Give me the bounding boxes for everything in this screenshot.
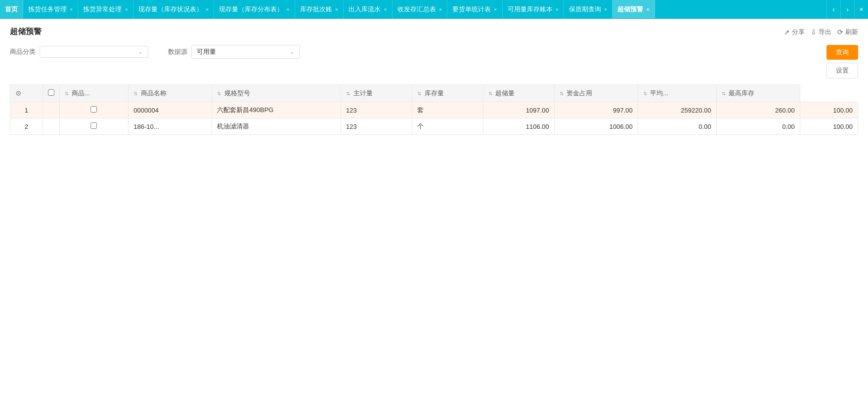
spec-header: 规格型号	[224, 89, 250, 97]
unit-sort-icon: ⇅	[346, 91, 350, 96]
th-overstock[interactable]: ⇅ 超储量	[483, 85, 554, 102]
nav-expiry[interactable]: 保质期查询 ×	[564, 0, 612, 18]
nav-overstock[interactable]: 超储预警 ×	[612, 0, 654, 18]
td-capital-1: 0.00	[638, 118, 716, 135]
refresh-action[interactable]: ⟳ 刷新	[837, 28, 858, 37]
unit-header: 主计量	[353, 89, 373, 97]
nav-order-stats-close[interactable]: ×	[494, 6, 497, 12]
th-select-all[interactable]	[43, 85, 59, 102]
td-product-code-0: 0000004	[129, 102, 212, 118]
datasource-value: 可用量	[197, 47, 216, 56]
nav-inout-flow-label: 出入库流水	[348, 5, 381, 14]
data-table: ⚙ ⇅ 商品... ⇅ 商品名称 ⇅ 规格型号 ⇅	[10, 84, 858, 135]
product-name-sort-icon: ⇅	[133, 91, 137, 96]
nav-stock-dist-close[interactable]: ×	[286, 6, 289, 12]
td-gear-0	[43, 102, 59, 118]
filter-datasource-group: 数据源 可用量 ⌄	[168, 45, 300, 59]
td-overstock-1: 1006.00	[554, 118, 638, 135]
td-unit-0: 套	[412, 102, 483, 118]
product-name-header: 商品名称	[141, 89, 167, 97]
nav-stock-status-close[interactable]: ×	[206, 6, 209, 12]
datasource-select[interactable]: 可用量 ⌄	[191, 45, 300, 59]
nav-pick-exception[interactable]: 拣货异常处理 ×	[78, 0, 133, 18]
th-spec[interactable]: ⇅ 规格型号	[212, 85, 341, 102]
th-stock[interactable]: ⇅ 库存量	[412, 85, 483, 102]
nav-arrow-left[interactable]: ‹	[826, 0, 840, 18]
th-product-code[interactable]: ⇅ 商品...	[59, 85, 129, 102]
category-label: 商品分类	[10, 47, 36, 56]
row-checkbox-0[interactable]	[90, 106, 97, 113]
table-header-row: ⚙ ⇅ 商品... ⇅ 商品名称 ⇅ 规格型号 ⇅	[10, 85, 858, 102]
refresh-label: 刷新	[845, 28, 858, 37]
nav-stock-batch[interactable]: 库存批次账 ×	[295, 0, 344, 18]
nav-pick-task-close[interactable]: ×	[70, 6, 73, 12]
nav-pick-task[interactable]: 拣货任务管理 ×	[23, 0, 78, 18]
share-action[interactable]: ➚ 分享	[784, 28, 805, 37]
page-content: 超储预警 ➚ 分享 ⇩ 导出 ⟳ 刷新 商品分类 ⌄	[0, 19, 868, 395]
nav-inout-flow[interactable]: 出入库流水 ×	[344, 0, 392, 18]
nav-pick-task-label: 拣货任务管理	[28, 5, 67, 14]
capital-sort-icon: ⇅	[560, 91, 564, 96]
product-code-sort-icon: ⇅	[65, 91, 69, 96]
filter-category-group: 商品分类 ⌄	[10, 46, 148, 58]
td-product-code-1: 186-10...	[129, 118, 212, 135]
td-max-stock-0: 100.00	[800, 102, 858, 118]
nav-stock-dist[interactable]: 现存量（库存分布表） ×	[214, 0, 295, 18]
gear-icon[interactable]: ⚙	[15, 89, 22, 97]
select-all-checkbox[interactable]	[48, 89, 54, 96]
td-stock-1: 1106.00	[483, 118, 554, 135]
nav-summary-close[interactable]: ×	[439, 6, 442, 12]
table-row: 2 186-10... 机油滤清器 123 个 1106.00 1006.00 …	[10, 118, 858, 135]
nav-arrow-right[interactable]: ›	[840, 0, 854, 18]
filter-row: 商品分类 ⌄ 数据源 可用量 ⌄	[10, 45, 826, 59]
export-label: 导出	[819, 28, 831, 37]
nav-arrow-group: ‹ › ×	[826, 0, 868, 18]
datasource-label: 数据源	[168, 47, 187, 56]
avg-sort-icon: ⇅	[643, 91, 647, 96]
th-unit[interactable]: ⇅ 主计量	[341, 85, 412, 102]
nav-summary[interactable]: 收发存汇总表 ×	[392, 0, 447, 18]
nav-overstock-close[interactable]: ×	[646, 6, 649, 12]
category-arrow-icon: ⌄	[138, 48, 143, 55]
settings-button[interactable]: 设置	[826, 63, 858, 79]
nav-stock-dist-label: 现存量（库存分布表）	[219, 5, 283, 14]
nav-stock-status[interactable]: 现存量（库存状况表） ×	[133, 0, 214, 18]
th-gear: ⚙	[10, 85, 43, 102]
th-capital[interactable]: ⇅ 资金占用	[554, 85, 638, 102]
export-action[interactable]: ⇩ 导出	[811, 28, 831, 37]
row-checkbox-1[interactable]	[90, 122, 97, 129]
nav-pick-exception-label: 拣货异常处理	[83, 5, 122, 14]
query-button[interactable]: 查询	[826, 45, 858, 60]
td-max-stock-1: 100.00	[800, 118, 858, 135]
nav-available-stock[interactable]: 可用量库存账本 ×	[503, 0, 564, 18]
nav-stock-batch-close[interactable]: ×	[335, 6, 338, 12]
nav-home[interactable]: 首页	[0, 0, 23, 18]
th-max-stock[interactable]: ⇅ 最高库存	[716, 85, 800, 102]
td-capital-0: 259220.00	[638, 102, 716, 118]
product-code-header: 商品...	[72, 89, 90, 97]
td-unit-1: 个	[412, 118, 483, 135]
nav-inout-flow-close[interactable]: ×	[384, 6, 387, 12]
th-avg[interactable]: ⇅ 平均...	[638, 85, 716, 102]
nav-stock-status-label: 现存量（库存状况表）	[138, 5, 203, 14]
stock-header: 库存量	[425, 89, 444, 97]
nav-pick-exception-close[interactable]: ×	[125, 6, 128, 12]
nav-order-stats-label: 要货单统计表	[452, 5, 491, 14]
nav-stock-batch-label: 库存批次账	[300, 5, 332, 14]
export-icon: ⇩	[811, 28, 817, 36]
max-stock-sort-icon: ⇅	[722, 91, 726, 96]
th-product-name[interactable]: ⇅ 商品名称	[129, 85, 212, 102]
nav-overstock-label: 超储预警	[617, 5, 643, 14]
nav-order-stats[interactable]: 要货单统计表 ×	[447, 0, 502, 18]
td-checkbox-1[interactable]	[59, 118, 129, 135]
overstock-sort-icon: ⇅	[488, 91, 492, 96]
nav-available-stock-close[interactable]: ×	[556, 6, 559, 12]
td-index-0: 1	[10, 102, 43, 118]
overstock-header: 超储量	[495, 89, 515, 97]
td-avg-1: 0.00	[716, 118, 800, 135]
category-select[interactable]: ⌄	[40, 46, 148, 58]
td-checkbox-0[interactable]	[59, 102, 129, 118]
td-index-1: 2	[10, 118, 43, 135]
nav-expiry-close[interactable]: ×	[604, 6, 607, 12]
nav-arrow-close[interactable]: ×	[854, 0, 868, 18]
